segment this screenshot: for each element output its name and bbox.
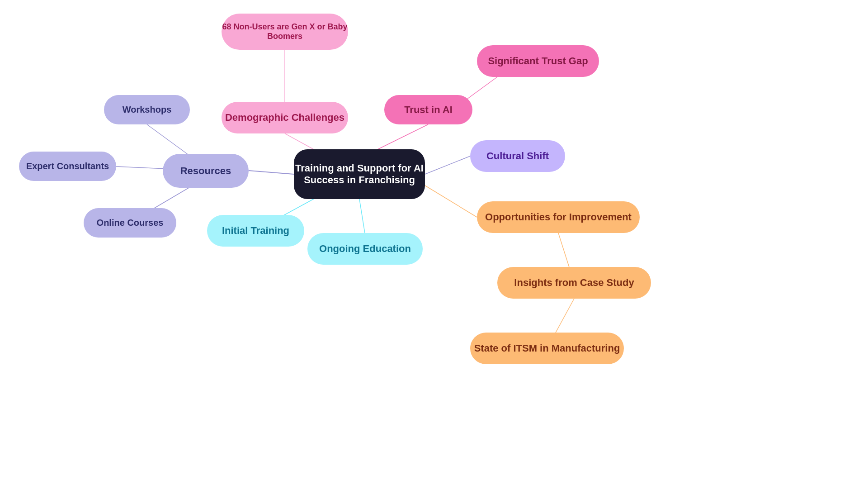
- trustgap-label: Significant Trust Gap: [488, 55, 588, 67]
- insights-label: Insights from Case Study: [514, 277, 634, 289]
- demographic-node: Demographic Challenges: [222, 102, 348, 133]
- opportunities-node: Opportunities for Improvement: [477, 201, 640, 233]
- svg-line-11: [425, 186, 477, 217]
- cultural-label: Cultural Shift: [486, 150, 549, 162]
- nonusers-node: 68 Non-Users are Gen X or Baby Boomers: [222, 14, 348, 50]
- svg-line-10: [359, 199, 365, 233]
- resources-label: Resources: [180, 165, 231, 177]
- expert-node: Expert Consultants: [19, 152, 116, 181]
- center-node: Training and Support for AI Success in F…: [294, 149, 425, 199]
- connections-svg: [0, 0, 868, 490]
- expert-label: Expert Consultants: [26, 161, 109, 171]
- trust-label: Trust in AI: [404, 104, 453, 116]
- nonusers-label: 68 Non-Users are Gen X or Baby Boomers: [222, 22, 348, 41]
- initial-node: Initial Training: [207, 215, 304, 247]
- trust-node: Trust in AI: [384, 95, 472, 124]
- workshops-node: Workshops: [104, 95, 190, 124]
- svg-line-8: [425, 156, 470, 174]
- resources-node: Resources: [163, 154, 249, 188]
- opportunities-label: Opportunities for Improvement: [485, 211, 632, 223]
- itsm-label: State of ITSM in Manufacturing: [474, 343, 620, 354]
- online-label: Online Courses: [97, 218, 164, 228]
- ongoing-node: Ongoing Education: [307, 233, 423, 265]
- workshops-label: Workshops: [123, 105, 172, 115]
- itsm-node: State of ITSM in Manufacturing: [470, 333, 624, 364]
- demographic-label: Demographic Challenges: [225, 112, 344, 124]
- svg-line-0: [249, 171, 294, 174]
- initial-label: Initial Training: [222, 225, 289, 237]
- trustgap-node: Significant Trust Gap: [477, 45, 599, 77]
- online-node: Online Courses: [84, 208, 176, 238]
- center-label: Training and Support for AI Success in F…: [294, 162, 425, 186]
- insights-node: Insights from Case Study: [497, 267, 651, 299]
- cultural-node: Cultural Shift: [470, 140, 565, 172]
- ongoing-label: Ongoing Education: [319, 243, 411, 255]
